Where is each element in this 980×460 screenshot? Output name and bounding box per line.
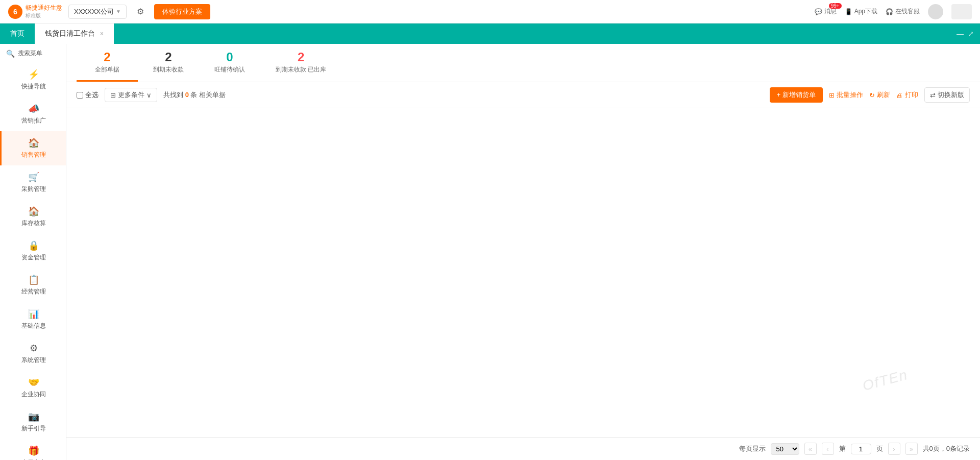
stat-tab-overdue[interactable]: 2 到期未收款 xyxy=(138,44,199,82)
stat-tab-all[interactable]: 2 全部单据 xyxy=(77,44,138,82)
minimize-icon[interactable]: — xyxy=(957,30,964,38)
sidebar-item-inventory[interactable]: 🏠 库存核算 xyxy=(0,200,66,234)
content-area: 2 全部单据 2 到期未收款 0 旺铺待确认 2 到期未收款 已出库 全选 xyxy=(66,44,980,460)
main-layout: 🔍 搜索菜单 ⚡ 快捷导航 📣 营销推广 🏠 销售管理 🛒 采购管理 🏠 库存核… xyxy=(0,44,980,460)
batch-operation-button[interactable]: ⊞ 批量操作 xyxy=(829,90,863,100)
logo-area: 6 畅捷通好生意 标准版 xyxy=(8,4,62,19)
prev-page-button[interactable]: ‹ xyxy=(822,443,834,455)
tab-controls: — ⤢ xyxy=(957,23,980,44)
chevron-down-icon: ∨ xyxy=(146,91,152,99)
sidebar-item-label: 销售管理 xyxy=(21,151,46,159)
maximize-icon[interactable]: ⤢ xyxy=(968,30,974,38)
sidebar-item-system[interactable]: ⚙ 系统管理 xyxy=(0,336,66,371)
select-all-label: 全选 xyxy=(85,90,99,100)
message-icon: 💬 xyxy=(815,8,822,15)
overdue-label: 到期未收款 xyxy=(153,65,184,74)
quick-nav-icon: ⚡ xyxy=(28,69,39,80)
sidebar-item-label: 经营管理 xyxy=(21,287,46,296)
sidebar-item-label: 营销推广 xyxy=(21,116,46,125)
page-input[interactable] xyxy=(851,444,871,454)
tab-workbench[interactable]: 钱货日清工作台 × xyxy=(35,23,114,44)
first-page-button[interactable]: « xyxy=(804,443,817,455)
sidebar-item-label: 新手引导 xyxy=(21,424,46,433)
next-page-button[interactable]: › xyxy=(888,443,900,455)
stats-tabs: 2 全部单据 2 到期未收款 0 旺铺待确认 2 到期未收款 已出库 xyxy=(66,44,980,82)
company-name: XXXXXX公司 xyxy=(74,7,114,16)
toolbar-left: 全选 ⊞ 更多条件 ∨ 共找到 0 条 相关单据 xyxy=(77,88,226,102)
pagination: 每页显示 50 100 200 « ‹ 第 页 › » 共0页，0条记录 xyxy=(66,437,980,460)
sidebar-item-label: 快捷导航 xyxy=(21,82,46,91)
sidebar-item-label: 企业协同 xyxy=(21,390,46,399)
gear-icon: ⚙ xyxy=(137,7,144,16)
sidebar-item-label: 基础信息 xyxy=(21,322,46,330)
user-menu[interactable] xyxy=(951,4,972,19)
last-page-button[interactable]: » xyxy=(905,443,918,455)
sidebar-item-sales[interactable]: 🏠 销售管理 xyxy=(0,131,66,165)
app-download-button[interactable]: 📱 App下载 xyxy=(845,7,877,16)
filter-button[interactable]: ⊞ 更多条件 ∨ xyxy=(105,88,157,102)
tab-home[interactable]: 首页 xyxy=(0,23,35,44)
sidebar-item-management[interactable]: 📋 经营管理 xyxy=(0,268,66,302)
logo-text: 畅捷通好生意 标准版 xyxy=(26,4,62,19)
sidebar-item-purchase[interactable]: 🛒 采购管理 xyxy=(0,165,66,200)
sidebar-item-newbie[interactable]: 📷 新手引导 xyxy=(0,405,66,439)
home-tab-label: 首页 xyxy=(10,29,24,38)
all-count: 2 xyxy=(104,50,110,64)
newbie-icon: 📷 xyxy=(28,411,39,422)
table-area xyxy=(66,108,980,437)
filter-label: 更多条件 xyxy=(118,90,144,100)
add-sales-order-button[interactable]: + 新增销货单 xyxy=(770,87,823,103)
sidebar: 🔍 搜索菜单 ⚡ 快捷导航 📣 营销推广 🏠 销售管理 🛒 采购管理 🏠 库存核… xyxy=(0,44,66,460)
checkbox-input[interactable] xyxy=(77,92,83,99)
refresh-icon: ↻ xyxy=(869,91,875,99)
refresh-button[interactable]: ↻ 刷新 xyxy=(869,90,890,100)
search-menu-label: 搜索菜单 xyxy=(18,49,42,58)
sidebar-item-app-center[interactable]: 🎁 应用中心 xyxy=(0,439,66,460)
wangpu-count: 0 xyxy=(226,50,233,64)
sidebar-item-basic-info[interactable]: 📊 基础信息 xyxy=(0,302,66,336)
sidebar-item-label: 系统管理 xyxy=(21,356,46,365)
switch-version-button[interactable]: ⇄ 切换新版 xyxy=(924,87,970,103)
settings-button[interactable]: ⚙ xyxy=(133,4,148,19)
sidebar-item-marketing[interactable]: 📣 营销推广 xyxy=(0,97,66,131)
app-center-icon: 🎁 xyxy=(28,445,39,456)
shipped-label: 到期未收款 已出库 xyxy=(276,65,326,74)
marketing-icon: 📣 xyxy=(28,103,39,114)
print-button[interactable]: 🖨 打印 xyxy=(896,90,918,100)
stat-tab-wangpu[interactable]: 0 旺铺待确认 xyxy=(199,44,260,82)
close-tab-icon[interactable]: × xyxy=(100,30,104,37)
page-label-2: 页 xyxy=(876,444,883,453)
stat-tab-shipped[interactable]: 2 到期未收款 已出库 xyxy=(260,44,341,82)
toolbar-right: + 新增销货单 ⊞ 批量操作 ↻ 刷新 🖨 打印 ⇄ 切换新版 xyxy=(770,87,970,103)
sidebar-item-label: 采购管理 xyxy=(21,185,46,193)
header-right: 💬 消息 99+ 📱 App下载 🎧 在线客服 xyxy=(815,4,972,19)
wangpu-label: 旺铺待确认 xyxy=(214,65,245,74)
sidebar-item-quick-nav[interactable]: ⚡ 快捷导航 xyxy=(0,63,66,97)
batch-icon: ⊞ xyxy=(829,91,835,99)
experience-button[interactable]: 体验行业方案 xyxy=(154,4,210,19)
messages-button[interactable]: 💬 消息 99+ xyxy=(815,7,837,16)
avatar[interactable] xyxy=(928,4,943,19)
system-icon: ⚙ xyxy=(30,343,38,354)
filter-icon: ⊞ xyxy=(110,91,116,99)
select-all-checkbox[interactable]: 全选 xyxy=(77,90,99,100)
enterprise-icon: 🤝 xyxy=(28,377,39,388)
result-count: 共找到 0 条 相关单据 xyxy=(163,90,226,100)
company-selector[interactable]: XXXXXX公司 ▼ xyxy=(68,5,127,19)
overdue-count: 2 xyxy=(165,50,172,64)
nav-tabs: 首页 钱货日清工作台 × — ⤢ xyxy=(0,23,980,44)
search-menu-button[interactable]: 🔍 搜索菜单 xyxy=(0,44,66,63)
page-label: 第 xyxy=(839,444,846,453)
sidebar-item-label: 资金管理 xyxy=(21,253,46,262)
page-size-select[interactable]: 50 100 200 xyxy=(771,443,799,455)
count-value: 0 xyxy=(185,91,189,99)
sales-icon: 🏠 xyxy=(28,137,39,149)
sidebar-item-enterprise[interactable]: 🤝 企业协同 xyxy=(0,371,66,405)
page-size-prefix: 每页显示 xyxy=(739,444,766,453)
sidebar-item-finance[interactable]: 🔒 资金管理 xyxy=(0,234,66,268)
search-icon: 🔍 xyxy=(6,50,15,58)
download-icon: 📱 xyxy=(845,8,852,15)
workbench-tab-label: 钱货日清工作台 xyxy=(45,29,95,38)
online-service-button[interactable]: 🎧 在线客服 xyxy=(886,7,920,16)
total-info: 共0页，0条记录 xyxy=(923,444,970,453)
